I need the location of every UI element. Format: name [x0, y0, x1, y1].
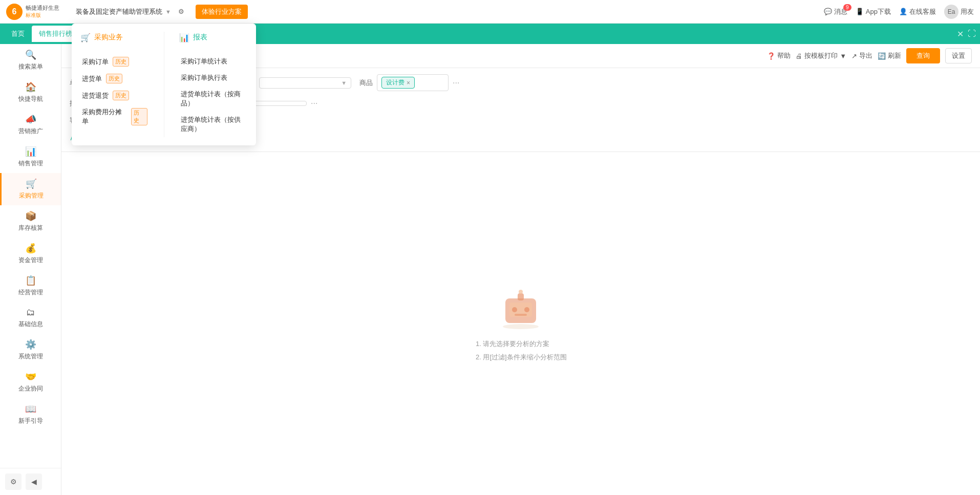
tab-home-label: 首页	[11, 29, 25, 38]
refresh-icon: 🔄	[878, 52, 886, 60]
sidebar-item-cooperation-label: 企业协同	[18, 384, 43, 393]
svg-rect-5	[515, 314, 527, 316]
export-button[interactable]: ↗ 导出	[851, 51, 872, 60]
logo-sub: 标准版	[26, 12, 59, 19]
sidebar-item-guide[interactable]: 📖 新手引导	[0, 398, 61, 431]
service-icon: 👤	[899, 8, 907, 15]
empty-tips: 请先选择要分析的方案 用[过滤]条件来缩小分析范围	[475, 337, 566, 364]
help-label: 帮助	[777, 51, 791, 60]
sys-title-arrow[interactable]: ▼	[165, 9, 171, 15]
sidebar-item-finance[interactable]: 💰 资金管理	[0, 238, 61, 270]
purchase-dropdown-menu: 🛒 采购业务 采购订单 历史 进货单 历史 进货退货 历史 采购费用分摊单 历史	[72, 44, 256, 145]
bill-status-select[interactable]: ▼	[259, 77, 351, 89]
salesman-more-dots[interactable]: ···	[311, 99, 317, 108]
dropdown-return[interactable]: 进货退货 历史	[80, 87, 150, 104]
sidebar-item-search-label: 搜索菜单	[18, 62, 43, 71]
help-button[interactable]: ❓ 帮助	[767, 51, 791, 60]
sidebar-item-guide-label: 新手引导	[18, 417, 43, 425]
inbound-history-tag: 历史	[106, 74, 122, 83]
empty-tip-1: 请先选择要分析的方案	[483, 337, 566, 351]
inbound-stat-supplier-label: 进货单统计表（按供应商）	[181, 115, 246, 134]
marketing-icon: 📣	[25, 114, 36, 125]
sidebar-settings-button[interactable]: ⚙	[5, 474, 22, 490]
user-area[interactable]: Ea 用友	[944, 5, 974, 19]
service-label: 在线客服	[909, 7, 936, 16]
sys-title-area: 装备及固定资产辅助管理系统 ▼ ⚙ 体验行业方案	[76, 5, 248, 19]
sidebar-item-basic[interactable]: 🗂 基础信息	[0, 302, 61, 334]
system-icon: ⚙️	[25, 339, 36, 350]
sidebar-item-inventory[interactable]: 📦 库存核算	[0, 205, 61, 238]
goods-label: 商品	[359, 78, 373, 88]
purchase-order-exec-label: 采购订单执行表	[181, 73, 227, 82]
logo-icon: 6	[6, 4, 23, 20]
sidebar-item-system-label: 系统管理	[18, 352, 43, 361]
inbound-label: 进货单	[82, 74, 102, 83]
logo-area: 6 畅捷通好生意 标准版	[6, 4, 68, 20]
sidebar-item-cooperation[interactable]: 🤝 企业协同	[0, 366, 61, 398]
sidebar-item-basic-label: 基础信息	[18, 320, 43, 329]
sales-icon: 📊	[25, 146, 36, 157]
settings-small-button[interactable]: 设置	[945, 48, 972, 63]
refresh-button[interactable]: 🔄 刷新	[878, 51, 901, 60]
print-icon: 🖨	[796, 52, 802, 60]
expense-label: 采购费用分摊单	[82, 107, 127, 126]
sidebar-item-inventory-label: 库存核算	[18, 224, 43, 232]
industry-button[interactable]: 体验行业方案	[196, 5, 248, 19]
tab-home[interactable]: 首页	[4, 26, 32, 42]
dropdown-inbound-stat-goods[interactable]: 进货单统计表（按商品）	[179, 86, 248, 112]
sidebar-item-search[interactable]: 🔍 搜索菜单	[0, 44, 61, 76]
goods-more-dots[interactable]: ···	[453, 78, 459, 88]
sidebar-item-operation[interactable]: 📋 经营管理	[0, 270, 61, 302]
message-icon: 💬	[824, 8, 832, 15]
sidebar-item-sales-label: 销售管理	[18, 159, 43, 168]
return-label: 进货退货	[82, 91, 109, 100]
tab-maximize-icon[interactable]: ⛶	[968, 29, 976, 38]
app-download-button[interactable]: 📱 App下载	[856, 7, 891, 16]
sidebar-item-finance-label: 资金管理	[18, 256, 43, 265]
print-button[interactable]: 🖨 按模板打印 ▼	[796, 51, 846, 60]
sidebar-bottom: ⚙ ◀	[0, 468, 61, 495]
svg-point-3	[512, 307, 517, 312]
tabs-bar-right: ✕ ⛶	[957, 29, 976, 39]
user-label: 用友	[961, 7, 974, 16]
basic-icon: 🗂	[26, 307, 35, 318]
sidebar-item-quick-nav[interactable]: 🏠 快捷导航	[0, 76, 61, 109]
query-button[interactable]: 查询	[906, 48, 940, 63]
dropdown-inbound-stat-supplier[interactable]: 进货单统计表（按供应商）	[179, 112, 248, 137]
sys-settings-button[interactable]: ⚙	[174, 5, 188, 19]
report-col-title: 📊 报表	[179, 44, 248, 47]
message-button[interactable]: 💬 消息 9	[824, 7, 847, 16]
goods-tag-close[interactable]: ×	[407, 79, 410, 87]
dropdown-expense[interactable]: 采购费用分摊单 历史	[80, 104, 150, 130]
sidebar-item-sales[interactable]: 📊 销售管理	[0, 141, 61, 173]
dropdown-purchase-order-stat[interactable]: 采购订单统计表	[179, 53, 248, 70]
sidebar-item-system[interactable]: ⚙️ 系统管理	[0, 334, 61, 366]
export-label: 导出	[859, 51, 872, 60]
svg-point-0	[503, 324, 539, 329]
logo-brand: 畅捷通好生意	[26, 4, 59, 11]
purchase-order-history-tag: 历史	[113, 57, 129, 67]
sidebar-item-marketing[interactable]: 📣 营销推广	[0, 109, 61, 141]
user-avatar: Ea	[944, 5, 958, 19]
sidebar-collapse-button[interactable]: ◀	[26, 474, 42, 490]
sidebar-item-marketing-label: 营销推广	[18, 127, 43, 136]
svg-point-7	[519, 290, 523, 294]
header-right: 💬 消息 9 📱 App下载 👤 在线客服 Ea 用友	[824, 5, 974, 19]
purchase-order-label: 采购订单	[82, 57, 109, 67]
dropdown-purchase-order[interactable]: 采购订单 历史	[80, 53, 150, 70]
sidebar-item-purchase[interactable]: 🛒 采购管理	[0, 173, 61, 205]
toolbar-right: ❓ 帮助 🖨 按模板打印 ▼ ↗ 导出 🔄 刷新 查询 设置	[767, 48, 972, 63]
expense-history-tag: 历史	[131, 108, 147, 125]
purchase-icon: 🛒	[26, 178, 37, 189]
print-arrow: ▼	[840, 52, 846, 60]
tab-close-window-icon[interactable]: ✕	[957, 29, 964, 39]
empty-state: 请先选择要分析的方案 用[过滤]条件来缩小分析范围	[61, 152, 980, 495]
report-col: 📊 报表 采购订单统计表 采购订单执行表 进货单统计表（按商品） 进货单统计表（…	[179, 44, 248, 137]
goods-input[interactable]: 设计费 ×	[377, 74, 449, 91]
message-badge: 9	[843, 4, 851, 11]
online-service-button[interactable]: 👤 在线客服	[899, 7, 936, 16]
app-label: App下载	[866, 7, 891, 16]
bill-status-arrow: ▼	[341, 80, 347, 86]
dropdown-inbound[interactable]: 进货单 历史	[80, 70, 150, 87]
dropdown-purchase-order-exec[interactable]: 采购订单执行表	[179, 70, 248, 86]
